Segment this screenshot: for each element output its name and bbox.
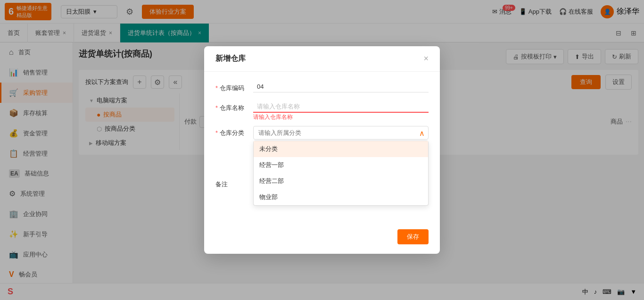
category-label: * 仓库分类 [215, 126, 253, 137]
required-mark-name: * [215, 104, 218, 111]
category-field-row: * 仓库分类 ∧ 未分类 经营一部 经营二部 物业部 [215, 126, 429, 140]
category-dropdown-list: 未分类 经营一部 经营二部 物业部 [253, 141, 429, 206]
code-field-row: * 仓库编码 [215, 81, 429, 92]
required-mark-cat: * [215, 129, 218, 136]
new-warehouse-modal: 新增仓库 × * 仓库编码 * 仓库名称 请输入仓库名称 * [204, 46, 440, 254]
required-mark: * [215, 84, 218, 92]
category-dropdown-arrow[interactable]: ∧ [419, 128, 425, 137]
category-select-input[interactable] [253, 126, 429, 140]
name-field-row: * 仓库名称 请输入仓库名称 [215, 101, 429, 113]
modal-title: 新增仓库 [215, 54, 246, 64]
save-button[interactable]: 保存 [397, 229, 429, 244]
name-error-message: 请输入仓库名称 [253, 113, 293, 121]
dropdown-item-ops2[interactable]: 经营二部 [254, 173, 428, 189]
dropdown-item-uncategorized[interactable]: 未分类 [254, 141, 428, 157]
remark-label: 备注 [215, 177, 253, 189]
modal-footer: 保存 [204, 224, 440, 254]
category-select-wrapper: ∧ 未分类 经营一部 经营二部 物业部 [253, 126, 429, 140]
warehouse-code-input[interactable] [253, 81, 429, 92]
code-label: * 仓库编码 [215, 81, 253, 92]
dropdown-item-ops1[interactable]: 经营一部 [254, 157, 428, 173]
modal-close-button[interactable]: × [423, 54, 429, 64]
warehouse-name-input[interactable] [253, 101, 429, 113]
name-label: * 仓库名称 [215, 101, 253, 112]
dropdown-item-property[interactable]: 物业部 [254, 189, 428, 205]
modal-body: * 仓库编码 * 仓库名称 请输入仓库名称 * 仓库分类 ∧ [204, 72, 440, 224]
modal-header: 新增仓库 × [204, 46, 440, 72]
